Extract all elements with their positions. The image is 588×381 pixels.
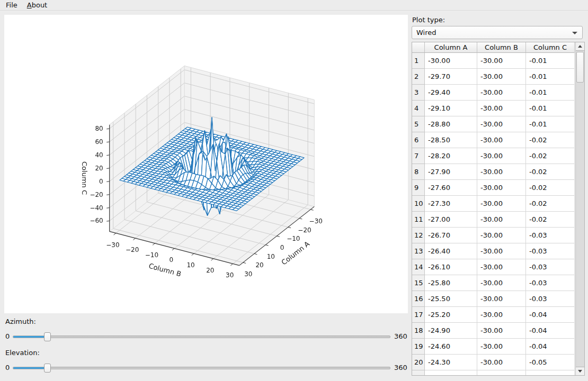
scroll-down-button[interactable]: [576, 367, 584, 375]
table-cell[interactable]: -30.00: [477, 164, 526, 180]
table-cell[interactable]: -30.00: [477, 291, 526, 307]
table-row[interactable]: 10-27.30-30.00-0.02: [412, 196, 575, 212]
table-cell[interactable]: -29.10: [425, 101, 477, 116]
table-cell[interactable]: -0.02: [526, 196, 575, 212]
azimuth-slider[interactable]: [13, 335, 390, 338]
plot-type-combobox[interactable]: Wired: [412, 26, 583, 39]
elevation-slider[interactable]: [13, 367, 390, 369]
header-cell-column-a[interactable]: Column A: [425, 42, 477, 53]
table-cell[interactable]: -28.80: [425, 116, 477, 132]
table-row[interactable]: 7-28.20-30.00-0.02: [412, 148, 575, 164]
table-row[interactable]: 14-26.10-30.00-0.03: [412, 259, 575, 275]
vertical-scrollbar[interactable]: [575, 42, 584, 375]
row-number-cell[interactable]: 9: [412, 180, 425, 196]
table-row[interactable]: 13-26.40-30.00-0.03: [412, 243, 575, 259]
table-cell[interactable]: -30.00: [477, 148, 526, 164]
table-row[interactable]: 17-25.20-30.00-0.04: [412, 307, 575, 323]
table-cell[interactable]: -28.20: [425, 148, 477, 164]
table-row[interactable]: 19-24.60-30.00-0.04: [412, 339, 575, 355]
table-cell[interactable]: -27.30: [425, 196, 477, 212]
table-cell[interactable]: -0.04: [526, 323, 575, 339]
scroll-up-button[interactable]: [576, 42, 584, 51]
row-number-cell[interactable]: 7: [412, 148, 425, 164]
header-cell-column-c[interactable]: Column C: [526, 42, 575, 53]
row-number-cell[interactable]: [412, 370, 425, 376]
table-row[interactable]: [412, 370, 575, 376]
plot-canvas[interactable]: [4, 15, 408, 313]
table-row[interactable]: 5-28.80-30.00-0.01: [412, 116, 575, 132]
table-cell[interactable]: -0.01: [526, 101, 575, 116]
table-row[interactable]: 15-25.80-30.00-0.03: [412, 275, 575, 291]
table-cell[interactable]: -0.05: [526, 355, 575, 370]
header-cell-column-b[interactable]: Column B: [477, 42, 526, 53]
table-cell[interactable]: [425, 370, 477, 376]
row-number-cell[interactable]: 13: [412, 243, 425, 259]
table-row[interactable]: 18-24.90-30.00-0.04: [412, 323, 575, 339]
elevation-slider-handle[interactable]: [44, 364, 51, 373]
table-cell[interactable]: -29.70: [425, 69, 477, 85]
table-cell[interactable]: -0.03: [526, 243, 575, 259]
table-cell[interactable]: -0.02: [526, 132, 575, 148]
table-cell[interactable]: -30.00: [477, 259, 526, 275]
table-cell[interactable]: -26.40: [425, 243, 477, 259]
table-cell[interactable]: -0.01: [526, 85, 575, 101]
table-cell[interactable]: -24.90: [425, 323, 477, 339]
table-row[interactable]: 20-24.30-30.00-0.05: [412, 355, 575, 370]
table-cell[interactable]: -30.00: [477, 116, 526, 132]
table-cell[interactable]: -30.00: [477, 212, 526, 228]
row-number-cell[interactable]: 4: [412, 101, 425, 116]
table-cell[interactable]: [477, 370, 526, 376]
table-cell[interactable]: -30.00: [477, 323, 526, 339]
row-number-cell[interactable]: 2: [412, 69, 425, 85]
row-number-cell[interactable]: 10: [412, 196, 425, 212]
row-number-cell[interactable]: 17: [412, 307, 425, 323]
table-row[interactable]: 1-30.00-30.00-0.01: [412, 53, 575, 69]
table-cell[interactable]: -26.70: [425, 228, 477, 243]
table-row[interactable]: 8-27.90-30.00-0.02: [412, 164, 575, 180]
row-number-cell[interactable]: 19: [412, 339, 425, 355]
azimuth-slider-handle[interactable]: [44, 332, 51, 341]
table-cell[interactable]: -0.02: [526, 148, 575, 164]
table-cell[interactable]: -29.40: [425, 85, 477, 101]
table-cell[interactable]: -0.02: [526, 180, 575, 196]
row-number-cell[interactable]: 14: [412, 259, 425, 275]
menu-item-file[interactable]: File: [1, 1, 22, 10]
table-cell[interactable]: -0.03: [526, 259, 575, 275]
row-number-cell[interactable]: 3: [412, 85, 425, 101]
table-row[interactable]: 2-29.70-30.00-0.01: [412, 69, 575, 85]
row-number-cell[interactable]: 6: [412, 132, 425, 148]
table-cell[interactable]: -28.50: [425, 132, 477, 148]
table-cell[interactable]: -0.01: [526, 69, 575, 85]
table-cell[interactable]: -30.00: [477, 53, 526, 69]
table-cell[interactable]: -30.00: [477, 132, 526, 148]
row-number-cell[interactable]: 11: [412, 212, 425, 228]
table-cell[interactable]: -27.00: [425, 212, 477, 228]
row-number-cell[interactable]: 1: [412, 53, 425, 69]
table-cell[interactable]: -0.03: [526, 291, 575, 307]
table-cell[interactable]: -30.00: [477, 339, 526, 355]
row-number-cell[interactable]: 5: [412, 116, 425, 132]
table-cell[interactable]: -25.20: [425, 307, 477, 323]
menu-item-about[interactable]: About: [22, 1, 52, 10]
table-cell[interactable]: -30.00: [477, 101, 526, 116]
table-cell[interactable]: -30.00: [477, 275, 526, 291]
table-cell[interactable]: -26.10: [425, 259, 477, 275]
scrollbar-thumb[interactable]: [576, 52, 584, 83]
table-cell[interactable]: -30.00: [477, 180, 526, 196]
row-number-cell[interactable]: 8: [412, 164, 425, 180]
table-cell[interactable]: -0.01: [526, 53, 575, 69]
table-cell[interactable]: -0.04: [526, 307, 575, 323]
row-number-cell[interactable]: 20: [412, 355, 425, 370]
table-cell[interactable]: -30.00: [425, 53, 477, 69]
table-row[interactable]: 3-29.40-30.00-0.01: [412, 85, 575, 101]
table-cell[interactable]: -0.03: [526, 228, 575, 243]
table-cell[interactable]: -0.02: [526, 212, 575, 228]
table-cell[interactable]: -0.02: [526, 164, 575, 180]
table-row[interactable]: 4-29.10-30.00-0.01: [412, 101, 575, 116]
table-cell[interactable]: -27.90: [425, 164, 477, 180]
table-row[interactable]: 12-26.70-30.00-0.03: [412, 228, 575, 243]
table-cell[interactable]: -30.00: [477, 69, 526, 85]
table-cell[interactable]: -25.50: [425, 291, 477, 307]
row-number-cell[interactable]: 18: [412, 323, 425, 339]
table-cell[interactable]: -30.00: [477, 228, 526, 243]
